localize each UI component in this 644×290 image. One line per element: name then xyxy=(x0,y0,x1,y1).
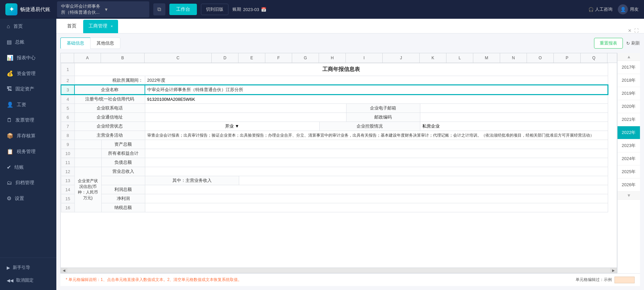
old-version-button[interactable]: 切到旧版 xyxy=(201,4,228,15)
tab-basic-info[interactable]: 基础信息 xyxy=(60,38,90,49)
sidebar-label-ledger: 总账 xyxy=(15,39,24,45)
main-revenue-value[interactable] xyxy=(239,176,608,185)
main-biz-value[interactable]: 审查企业会计报表；出具审计报告；验证企业资本；出具验资报告；办理企业合开、分立、… xyxy=(145,131,608,140)
asset-value-9[interactable] xyxy=(145,140,608,149)
table-row: 7 企业经营状态 开业 ▼ 企业控股情况 私营企业 xyxy=(61,122,608,131)
payroll-icon: 👤 xyxy=(7,101,13,108)
year-item-2018[interactable]: 2018年 xyxy=(618,74,640,87)
sidebar-bottom: ▶ 新手引导 ◀◀ 取消固定 xyxy=(0,258,56,290)
liability-label: 负债总额 xyxy=(101,158,145,167)
service-button[interactable]: 🎧 人工咨询 xyxy=(588,6,612,12)
total-revenue-value[interactable] xyxy=(145,167,608,176)
sidebar: ⌂ 首页 ▤ 总账 📊 报表中心 💰 资金管理 🏗 固定资产 👤 工资 xyxy=(0,19,56,290)
period-area: 账期 2023-03 📅 xyxy=(232,6,267,12)
profit-value[interactable] xyxy=(145,185,608,194)
table-row: 15 净利润 xyxy=(61,194,608,203)
period-value-cell[interactable]: 2022年度 xyxy=(145,76,608,85)
holding-value[interactable]: 私营企业 xyxy=(420,122,608,131)
sidebar-label-fixed-assets: 固定资产 xyxy=(15,86,34,92)
company-name-label: 企业名称 xyxy=(74,85,145,94)
col-header-h: H xyxy=(319,53,346,63)
row-num-13: 13 xyxy=(61,176,74,185)
email-value[interactable] xyxy=(420,104,608,113)
year-scroll-down[interactable]: ▼ xyxy=(618,192,640,200)
year-item-2019[interactable]: 2019年 xyxy=(618,87,640,100)
asset-status-label: 企业资产状况信息(币种：人民币万元) xyxy=(74,167,101,212)
table-row: 1 工商年报信息表 xyxy=(61,63,608,76)
window-expand-icon[interactable]: ⛶ xyxy=(634,28,639,33)
spreadsheet-inner[interactable]: A B C D E F G H I J K L M xyxy=(61,53,617,268)
tab-close-icon[interactable]: × xyxy=(111,24,113,28)
company-selector[interactable]: 中审众环会计师事务所（特殊普通合伙... ▼ xyxy=(57,1,149,17)
row-num-1: 1 xyxy=(61,63,74,76)
headset-icon: 🎧 xyxy=(588,7,594,12)
reg-code-label: 注册号/统一社会信用代码 xyxy=(74,94,145,104)
horizontal-scrollbar[interactable]: ◀ ▶ xyxy=(61,268,617,273)
biz-status-value[interactable]: 开业 ▼ xyxy=(145,122,319,131)
year-item-2021[interactable]: 2021年 xyxy=(618,113,640,126)
scroll-track[interactable] xyxy=(67,268,610,273)
scroll-right-button[interactable]: ▶ xyxy=(610,268,617,273)
net-profit-value[interactable] xyxy=(145,194,608,203)
equity-value[interactable] xyxy=(145,149,608,158)
sidebar-item-ledger[interactable]: ▤ 总账 xyxy=(0,34,56,50)
company-name: 中审众环会计师事务所（特殊普通合伙... xyxy=(61,3,102,15)
sidebar-item-payroll[interactable]: 👤 工资 xyxy=(0,97,56,113)
sidebar-label-payroll: 工资 xyxy=(17,102,26,108)
sidebar-label-tax: 税务管理 xyxy=(17,149,36,155)
year-item-2022[interactable]: 2022年 xyxy=(618,126,640,139)
row-num-9: 9 xyxy=(61,140,74,149)
holding-label: 企业控股情况 xyxy=(319,122,420,131)
tab-home[interactable]: 首页 xyxy=(62,20,82,33)
year-item-2020[interactable]: 2020年 xyxy=(618,100,640,113)
column-header-row: A B C D E F G H I J K L M xyxy=(61,53,617,63)
year-scroll-up[interactable]: ▲ xyxy=(618,53,640,61)
sheet-title: 工商年报信息表 xyxy=(74,63,608,76)
unpin-label: 取消固定 xyxy=(16,277,34,283)
tax-total-value[interactable] xyxy=(145,203,608,212)
sidebar-item-home[interactable]: ⌂ 首页 xyxy=(0,19,56,34)
scroll-left-button[interactable]: ◀ xyxy=(61,268,67,273)
sub-tabs: 基础信息 其他信息 重置报表 ↻ 刷新 xyxy=(60,38,640,49)
row-num-header xyxy=(61,53,74,63)
col-header-l: L xyxy=(446,53,473,63)
copy-button[interactable]: ⧉ xyxy=(153,3,165,15)
address-value[interactable] xyxy=(145,113,346,122)
year-item-2026[interactable]: 2026年 xyxy=(618,178,640,192)
sidebar-item-fixed-assets[interactable]: 🏗 固定资产 xyxy=(0,81,56,97)
sidebar-item-inventory[interactable]: 📦 库存核算 xyxy=(0,128,56,144)
sheet-and-year: A B C D E F G H I J K L M xyxy=(60,53,640,273)
year-item-2025[interactable]: 2025年 xyxy=(618,165,640,178)
row-num-10: 10 xyxy=(61,149,74,158)
workbench-button[interactable]: 工作台 xyxy=(169,4,197,15)
sub-tab-group: 基础信息 其他信息 xyxy=(60,38,120,49)
logo-icon: ✦ xyxy=(5,3,17,15)
unpin-button[interactable]: ◀◀ 取消固定 xyxy=(0,274,56,287)
refresh-button[interactable]: ↻ 刷新 xyxy=(626,40,640,46)
year-item-2023[interactable]: 2023年 xyxy=(618,139,640,152)
year-item-2017[interactable]: 2017年 xyxy=(618,61,640,74)
phone-value[interactable] xyxy=(145,104,346,113)
tab-business-mgmt[interactable]: 工商管理 × xyxy=(83,20,118,33)
biz-status-label: 企业经营状态 xyxy=(74,122,145,131)
user-area[interactable]: 👤 用友 xyxy=(618,4,639,14)
reset-report-button[interactable]: 重置报表 xyxy=(594,38,623,49)
sidebar-item-finance[interactable]: 💰 资金管理 xyxy=(0,66,56,81)
sidebar-item-report[interactable]: 📊 报表中心 xyxy=(0,50,56,66)
reg-code-value[interactable]: 91320100MA208E5W6K xyxy=(145,94,608,104)
window-close-icon[interactable]: ✕ xyxy=(628,28,632,33)
postcode-value[interactable] xyxy=(420,113,608,122)
row-num-2: 2 xyxy=(61,76,74,85)
calendar-icon[interactable]: 📅 xyxy=(261,7,266,12)
year-item-2024[interactable]: 2024年 xyxy=(618,152,640,165)
new-user-guide[interactable]: ▶ 新手引导 xyxy=(0,261,56,274)
sidebar-item-close[interactable]: ✔ 结账 xyxy=(0,159,56,175)
liability-value[interactable] xyxy=(145,158,608,167)
sidebar-item-archive[interactable]: 🗂 归档管理 xyxy=(0,175,56,191)
sidebar-item-settings[interactable]: ⚙ 设置 xyxy=(0,191,56,206)
company-name-value[interactable]: 中审众环会计师事务所（特殊普通合伙）江苏分所 xyxy=(145,85,608,94)
logo-area: ✦ 畅捷通易代账 xyxy=(5,3,50,15)
sidebar-item-invoice[interactable]: 🗒 发票管理 xyxy=(0,113,56,128)
sidebar-item-tax[interactable]: 📋 税务管理 xyxy=(0,144,56,159)
tab-other-info[interactable]: 其他信息 xyxy=(90,38,120,49)
